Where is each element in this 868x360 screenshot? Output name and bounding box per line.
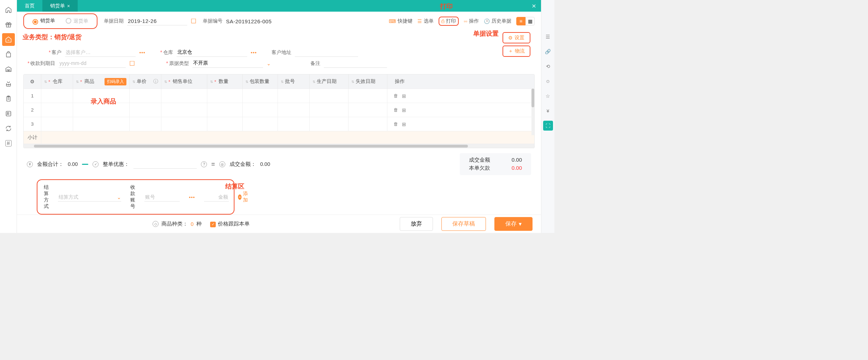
rs-expand-icon[interactable]: ⛶ (543, 121, 553, 131)
due-label: 收款到期日 (30, 60, 55, 66)
invoice-input[interactable] (192, 59, 263, 68)
toolbar-select[interactable]: ☰选单 (417, 18, 434, 24)
price-track-checkbox[interactable]: ✓价格跟踪本单 (210, 221, 250, 227)
customer-input[interactable] (65, 48, 136, 57)
plus-icon: ＋ (508, 48, 513, 54)
settlement-box: 结算方式 ⌄ 收款账号 ••• +添加 (37, 179, 234, 215)
save-draft-button[interactable]: 保存草稿 (441, 217, 486, 231)
kinds-unit: 种 (196, 221, 202, 227)
tab-bar: 首页 销货单× 打印 (17, 0, 541, 12)
view-grid-icon: ▦ (525, 17, 535, 25)
scan-badge[interactable]: 扫码录入 (105, 78, 126, 85)
settlement-account-input[interactable] (144, 193, 180, 202)
vertical-scrollbar[interactable] (531, 89, 534, 135)
toolbar-print[interactable]: ⎙打印 (439, 17, 459, 26)
toolbar-history[interactable]: 🕑历史单据 (484, 18, 511, 24)
add-row-icon[interactable]: ⊞ (402, 107, 406, 113)
table-row[interactable]: 2 🗑⊞ (24, 103, 534, 117)
annotation-print: 打印 (440, 2, 453, 11)
tab-home[interactable]: 首页 (17, 0, 42, 12)
subtotal-row: 小计 (24, 131, 534, 144)
settlement-account-label: 收款账号 (130, 184, 135, 210)
discount-input[interactable] (133, 160, 197, 169)
remark-label: 备注 (310, 60, 320, 67)
calendar-icon-2[interactable]: ☐ (129, 60, 135, 67)
th-packqty[interactable]: ⇅包装数量 (243, 74, 278, 89)
th-gear[interactable]: ⚙ (24, 74, 41, 89)
save-button[interactable]: 保存▾ (494, 217, 533, 231)
chevron-down-icon: ▾ (519, 221, 522, 227)
chevron-down-icon[interactable]: ⌄ (267, 61, 271, 66)
warehouse-picker-icon[interactable]: ••• (251, 50, 257, 55)
tab-sales[interactable]: 销货单× (42, 0, 78, 12)
rs-money-icon[interactable]: ¥ (543, 106, 553, 116)
plus-circle-icon: + (238, 194, 242, 200)
table-row[interactable]: 3 🗑⊞ (24, 117, 534, 131)
radio-return[interactable]: 退货单 (66, 18, 88, 24)
th-warehouse[interactable]: ⇅*仓库 (41, 74, 73, 89)
table-row[interactable]: 1 🗑⊞ (24, 89, 534, 103)
rs-refresh-icon[interactable]: ⟲ (543, 61, 553, 71)
calendar-icon[interactable]: ☐ (191, 17, 196, 25)
date-value[interactable]: 2019-12-26 (127, 17, 187, 25)
help-icon: ⓘ (153, 78, 158, 85)
warehouse-input[interactable] (177, 48, 247, 57)
th-expdate[interactable]: ⇅失效日期 (349, 74, 387, 89)
remark-input[interactable] (324, 59, 387, 68)
settlement-amount-input[interactable] (204, 193, 229, 202)
settings-button[interactable]: ⚙设置 (503, 32, 530, 43)
nav-clipboard-icon[interactable] (2, 92, 15, 105)
check-icon: ✓ (93, 161, 99, 167)
svg-text:¥: ¥ (8, 83, 9, 86)
th-proddate[interactable]: ⇅生产日期 (310, 74, 349, 89)
th-qty[interactable]: ⇅*数量 (207, 74, 243, 89)
due-input[interactable] (59, 59, 126, 68)
gear-icon: ⚙ (508, 35, 513, 41)
add-settlement-button[interactable]: +添加 (238, 191, 250, 203)
logistics-button[interactable]: ＋物流 (503, 46, 530, 57)
nav-money-icon[interactable]: ¥ (2, 78, 15, 90)
nav-sync-icon[interactable] (2, 122, 15, 135)
totals-bar: ¥ 金额合计： 0.00 ✓ 整单优惠： ? = ◎ 成交金额： 0.00 成交… (17, 148, 541, 177)
customer-picker-icon[interactable]: ••• (139, 50, 145, 55)
delete-icon[interactable]: 🗑 (393, 107, 398, 113)
rs-attach-icon[interactable]: 🔗 (543, 47, 553, 56)
cust-addr-label: 客户地址 (272, 49, 291, 56)
header-row: 业务类型：销货/退货 销货单 退货单 单据日期 2019-12-26 ☐ 单据编… (17, 12, 541, 31)
toolbar-operate[interactable]: ▫▫操作 (464, 18, 479, 24)
cust-addr-input[interactable] (295, 48, 358, 57)
nav-bag-icon[interactable] (2, 48, 15, 61)
add-row-icon[interactable]: ⊞ (402, 121, 406, 127)
radio-sales[interactable]: 销货单 (32, 18, 55, 25)
sidebar-right: ☰ 🔗 ⟲ ☺ ☆ ¥ ⛶ (541, 0, 554, 233)
delete-icon[interactable]: 🗑 (393, 93, 398, 99)
nav-warehouse-icon[interactable] (2, 63, 15, 76)
rs-note-icon[interactable]: ☰ (543, 32, 553, 42)
th-product[interactable]: ⇅*商品扫码录入 (73, 74, 130, 89)
discard-button[interactable]: 放弃 (400, 217, 433, 231)
th-batch[interactable]: ⇅批号 (278, 74, 310, 89)
window-close-icon[interactable] (527, 0, 541, 12)
horizontal-scrollbar[interactable] (24, 144, 534, 148)
nav-home-icon[interactable] (2, 4, 15, 16)
tab-close-icon[interactable]: × (67, 3, 70, 9)
th-unit[interactable]: ⇅*销售单位 (161, 74, 207, 89)
rs-star-icon[interactable]: ☆ (543, 91, 553, 101)
chevron-down-icon[interactable]: ⌄ (117, 194, 121, 200)
amount-total-value: 0.00 (68, 161, 78, 167)
view-toggle[interactable]: ≡▦ (516, 17, 535, 25)
nav-contacts-icon[interactable] (2, 107, 15, 120)
nav-new-badge[interactable]: 新 (2, 137, 15, 150)
account-picker-icon[interactable]: ••• (189, 194, 195, 200)
settlement-method-input[interactable] (58, 193, 121, 202)
docno-value: SA-20191226-005 (226, 18, 272, 24)
th-price[interactable]: ⇅单价ⓘ (130, 74, 161, 89)
warehouse-label: 仓库 (163, 49, 173, 55)
help-icon[interactable]: ? (201, 161, 207, 167)
add-row-icon[interactable]: ⊞ (402, 93, 406, 99)
toolbar-hotkey[interactable]: ⌨快捷键 (389, 18, 412, 24)
delete-icon[interactable]: 🗑 (393, 121, 398, 127)
rs-user-icon[interactable]: ☺ (543, 76, 553, 86)
nav-gift-icon[interactable] (2, 18, 15, 31)
nav-sales-icon[interactable] (2, 33, 15, 46)
